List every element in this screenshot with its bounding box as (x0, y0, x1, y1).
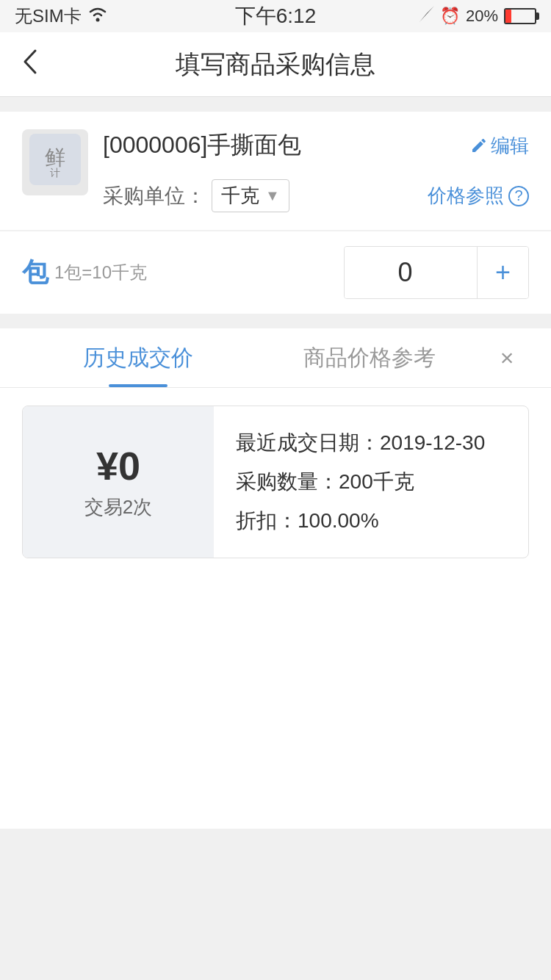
quantity-input[interactable] (345, 247, 477, 298)
battery-percent: 20% (466, 7, 498, 26)
unit-value: 千克 (221, 183, 259, 209)
price-detail-discount: 折扣：100.00% (236, 506, 506, 535)
alarm-icon: ⏰ (440, 7, 460, 26)
help-icon: ? (508, 186, 529, 206)
unit-select-arrow: ▼ (265, 187, 280, 204)
back-button[interactable] (0, 32, 59, 97)
quantity-section: 包 1包=10千克 + (0, 231, 551, 314)
price-detail-date: 最近成交日期：2019-12-30 (236, 428, 506, 457)
date-value: 2019-12-30 (380, 431, 485, 454)
status-bar: 无SIM卡 下午6:12 ⏰ 20% (0, 0, 551, 32)
price-summary: ¥0 交易2次 (23, 406, 214, 558)
price-card-container: ¥0 交易2次 最近成交日期：2019-12-30 采购数量：200千克 折扣：… (0, 388, 551, 829)
quantity-unit-hint: 1包=10千克 (54, 261, 147, 284)
discount-label: 折扣： (236, 509, 298, 532)
page-title: 填写商品采购信息 (176, 48, 375, 82)
discount-value: 100.00% (298, 509, 379, 532)
product-card: 鲜 计 [0000006]手撕面包 编辑 采购单位： 千克 ▼ (0, 112, 551, 230)
quantity-unit-name: 包 (22, 255, 48, 291)
location-icon (419, 6, 434, 26)
svg-marker-1 (419, 6, 434, 22)
price-ref-label: 价格参照 (428, 183, 504, 209)
tab-history-label: 历史成交价 (83, 343, 193, 373)
battery-icon (504, 8, 536, 24)
product-header: [0000006]手撕面包 编辑 (103, 129, 529, 162)
status-right: ⏰ 20% (419, 6, 536, 26)
product-info: [0000006]手撕面包 编辑 采购单位： 千克 ▼ 价格参照 ? (103, 129, 529, 212)
tab-close-button[interactable]: × (485, 328, 529, 387)
status-time: 下午6:12 (235, 2, 317, 30)
quantity-plus-button[interactable]: + (477, 247, 528, 298)
tab-active-underline (109, 384, 168, 387)
quantity-label: 包 1包=10千克 (22, 255, 147, 291)
tabs-container: 历史成交价 商品价格参考 × (0, 328, 551, 388)
product-name: [0000006]手撕面包 (103, 129, 301, 162)
product-unit-row: 采购单位： 千克 ▼ 价格参照 ? (103, 179, 529, 212)
svg-text:计: 计 (50, 167, 60, 179)
product-logo: 鲜 计 (29, 134, 81, 192)
price-amount-value: 0 (118, 444, 140, 488)
svg-point-0 (96, 18, 99, 22)
price-details: 最近成交日期：2019-12-30 采购数量：200千克 折扣：100.00% (214, 406, 528, 558)
date-label: 最近成交日期： (236, 431, 380, 454)
tab-history-price[interactable]: 历史成交价 (22, 328, 253, 387)
price-reference-button[interactable]: 价格参照 ? (428, 183, 529, 209)
price-card: ¥0 交易2次 最近成交日期：2019-12-30 采购数量：200千克 折扣：… (22, 406, 529, 558)
unit-label: 采购单位： (103, 182, 206, 210)
currency-symbol: ¥ (96, 444, 118, 488)
tab-product-label: 商品价格参考 (303, 343, 436, 373)
quantity-controls: + (344, 246, 529, 299)
status-left: 无SIM卡 (15, 4, 108, 28)
tab-product-price[interactable]: 商品价格参考 (253, 328, 485, 387)
carrier-text: 无SIM卡 (15, 4, 82, 28)
svg-text:鲜: 鲜 (45, 146, 65, 169)
quantity-label-detail: 采购数量： (236, 470, 339, 493)
plus-icon: + (495, 257, 511, 288)
edit-button[interactable]: 编辑 (470, 133, 529, 159)
nav-bar: 填写商品采购信息 (0, 32, 551, 97)
price-detail-quantity: 采购数量：200千克 (236, 467, 506, 496)
product-image: 鲜 计 (22, 129, 88, 195)
edit-label: 编辑 (491, 133, 529, 159)
back-icon (21, 48, 38, 82)
price-transactions: 交易2次 (84, 494, 152, 520)
price-display: ¥0 (96, 443, 140, 489)
unit-select[interactable]: 千克 ▼ (212, 179, 289, 212)
close-icon: × (500, 345, 514, 372)
quantity-value-detail: 200千克 (339, 470, 414, 493)
wifi-icon (87, 6, 108, 26)
